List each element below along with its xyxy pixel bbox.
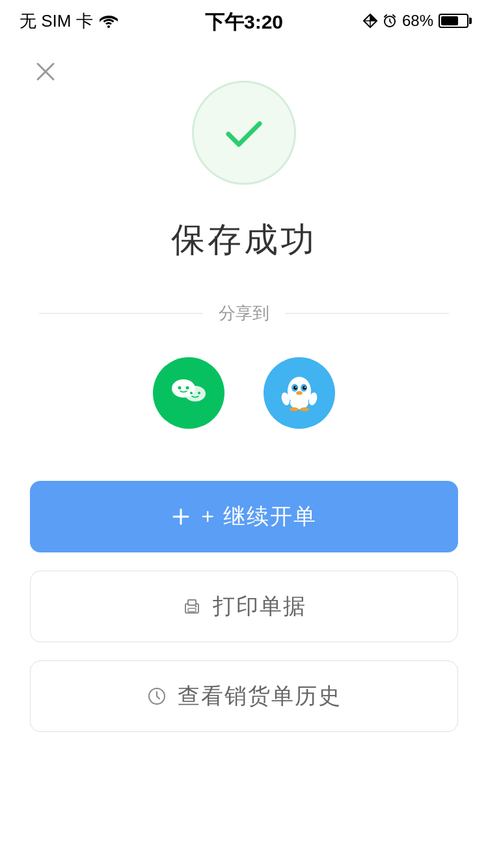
continue-button[interactable]: + 继续开单	[30, 481, 458, 552]
svg-point-13	[293, 386, 297, 390]
svg-rect-26	[188, 600, 196, 605]
svg-point-17	[296, 391, 303, 395]
svg-point-28	[195, 606, 197, 608]
svg-point-19	[290, 407, 299, 411]
svg-point-9	[198, 392, 200, 394]
location-icon	[363, 14, 377, 28]
history-icon	[146, 686, 167, 707]
plus-icon	[171, 507, 191, 526]
checkmark-icon	[218, 107, 270, 159]
share-divider: 分享到	[0, 302, 488, 325]
share-icons	[153, 357, 335, 429]
status-bar: 无 SIM 卡 下午3:20 68%	[0, 0, 488, 42]
svg-point-14	[303, 386, 306, 390]
wechat-icon	[167, 374, 211, 412]
svg-point-7	[186, 387, 189, 390]
wifi-icon	[100, 14, 118, 28]
share-label: 分享到	[203, 302, 285, 325]
svg-point-18	[290, 396, 308, 409]
close-button[interactable]	[26, 52, 65, 91]
success-circle	[192, 81, 296, 185]
main-content: 保存成功 分享到	[0, 42, 488, 732]
alarm-icon	[383, 14, 397, 28]
print-button[interactable]: 打印单据	[30, 571, 458, 642]
battery-indicator	[439, 14, 468, 28]
svg-point-16	[305, 387, 306, 388]
status-time: 下午3:20	[205, 9, 283, 36]
svg-point-6	[178, 387, 182, 390]
qq-share-button[interactable]	[264, 357, 335, 429]
status-left: 无 SIM 卡	[20, 10, 118, 33]
continue-label: + 继续开单	[201, 502, 316, 532]
battery-percent: 68%	[402, 12, 433, 30]
no-sim-text: 无 SIM 卡	[20, 10, 93, 33]
wechat-share-button[interactable]	[153, 357, 224, 429]
history-button[interactable]: 查看销货单历史	[30, 660, 458, 732]
divider-right	[285, 313, 449, 314]
print-icon	[182, 596, 202, 617]
print-label: 打印单据	[213, 591, 306, 621]
svg-point-20	[300, 407, 309, 411]
qq-icon	[277, 370, 322, 416]
success-title: 保存成功	[171, 217, 317, 263]
close-icon	[33, 59, 59, 85]
svg-rect-27	[188, 608, 196, 612]
svg-point-15	[295, 387, 297, 388]
history-label: 查看销货单历史	[178, 681, 342, 711]
action-buttons: + 继续开单 打印单据 查看销货单历史	[0, 481, 488, 732]
status-right: 68%	[363, 12, 468, 30]
divider-left	[39, 313, 203, 314]
svg-point-8	[190, 392, 193, 394]
